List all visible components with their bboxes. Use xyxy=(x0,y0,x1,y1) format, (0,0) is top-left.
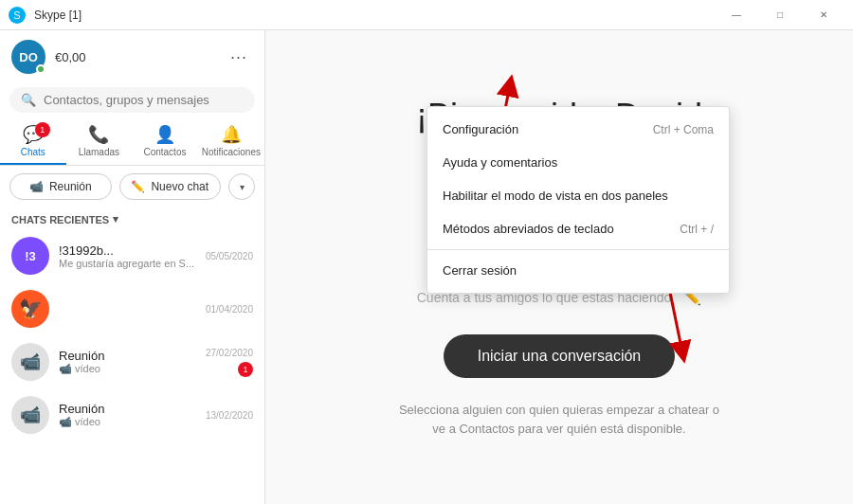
meeting-icon: 📹 xyxy=(11,396,49,434)
window-controls: — □ ✕ xyxy=(715,0,845,30)
profile-header: DO €0,00 ··· xyxy=(0,30,264,83)
online-status-dot xyxy=(36,64,45,74)
minimize-button[interactable]: — xyxy=(715,0,758,30)
chat-time: 01/04/2020 xyxy=(206,304,253,315)
avatar[interactable]: DO xyxy=(11,40,45,74)
tab-contactos[interactable]: 👤 Contactos xyxy=(132,118,198,165)
nuevo-chat-label: Nuevo chat xyxy=(151,180,209,193)
list-item[interactable]: !3 !31992b... Me gustaría agregarte en S… xyxy=(0,229,264,282)
menu-item-ayuda[interactable]: Ayuda y comentarios xyxy=(427,146,729,179)
chats-recientes-label[interactable]: CHATS RECIENTES ▾ xyxy=(0,207,264,229)
dropdown-divider xyxy=(427,249,729,250)
chat-preview: Me gustaría agregarte en S... xyxy=(59,258,196,269)
unread-badge: 1 xyxy=(238,362,253,377)
dropdown-menu: Configuración Ctrl + Coma Ayuda y coment… xyxy=(426,106,730,294)
app-body: DO €0,00 ··· 🔍 💬 1 Chats 📞 Llamadas 👤 xyxy=(0,30,853,504)
configuracion-shortcut: Ctrl + Coma xyxy=(653,123,714,136)
chat-preview: 📹 vídeo xyxy=(59,416,196,428)
chat-info: Reunión 📹 vídeo xyxy=(59,402,196,428)
window-title: Skype [1] xyxy=(34,9,715,22)
search-bar[interactable]: 🔍 xyxy=(9,87,255,113)
contactos-icon: 👤 xyxy=(154,124,175,145)
menu-item-configuracion[interactable]: Configuración Ctrl + Coma xyxy=(427,113,729,146)
chat-info: Reunión 📹 vídeo xyxy=(59,349,196,375)
svg-text:S: S xyxy=(13,9,20,21)
chat-name: !31992b... xyxy=(59,243,196,258)
tab-contactos-label: Contactos xyxy=(143,147,186,157)
chevron-down-icon: ▾ xyxy=(113,213,118,225)
list-item[interactable]: 📹 Reunión 📹 vídeo 27/02/2020 1 xyxy=(0,335,264,388)
chat-info: !31992b... Me gustaría agregarte en S... xyxy=(59,243,196,269)
nuevo-chat-icon: ✏️ xyxy=(131,180,145,193)
chat-preview: 📹 vídeo xyxy=(59,363,196,375)
avatar: !3 xyxy=(11,237,49,275)
cerrar-sesion-label: Cerrar sesión xyxy=(443,263,517,278)
meeting-icon: 📹 xyxy=(11,343,49,381)
main-content: ¡Bienvenida, David DO Cuenta a tus amigo… xyxy=(265,30,853,504)
list-item[interactable]: 📹 Reunión 📹 vídeo 13/02/2020 xyxy=(0,388,264,441)
tab-notificaciones-label: Notificaciones xyxy=(202,147,261,157)
more-options-button[interactable]: ··· xyxy=(225,43,253,71)
chat-list: !3 !31992b... Me gustaría agregarte en S… xyxy=(0,229,264,504)
reunion-label: Reunión xyxy=(49,180,92,193)
chat-meta: 05/05/2020 xyxy=(206,251,253,261)
chat-name: Reunión xyxy=(59,349,196,363)
balance-display: €0,00 xyxy=(55,50,225,64)
maximize-button[interactable]: □ xyxy=(758,0,802,30)
search-input[interactable] xyxy=(44,93,244,107)
nav-tabs: 💬 1 Chats 📞 Llamadas 👤 Contactos 🔔 Notif… xyxy=(0,118,264,166)
chats-badge: 1 xyxy=(35,122,50,137)
reunion-icon: 📹 xyxy=(29,180,44,193)
chat-meta: 01/04/2020 xyxy=(206,304,253,315)
reunion-button[interactable]: 📹 Reunión xyxy=(9,173,112,200)
metodos-shortcut: Ctrl + / xyxy=(680,223,714,236)
nuevo-chat-button[interactable]: ✏️ Nuevo chat xyxy=(119,173,222,200)
close-button[interactable]: ✕ xyxy=(802,0,845,30)
chat-time: 27/02/2020 xyxy=(206,348,253,358)
configuracion-label: Configuración xyxy=(443,122,518,136)
tab-llamadas-label: Llamadas xyxy=(79,147,119,157)
metodos-label: Métodos abreviados de teclado xyxy=(443,222,614,236)
tab-chats-label: Chats xyxy=(21,147,45,157)
action-buttons: 📹 Reunión ✏️ Nuevo chat ▾ xyxy=(0,166,264,207)
menu-item-cerrar-sesion[interactable]: Cerrar sesión xyxy=(427,254,729,287)
chat-meta: 27/02/2020 1 xyxy=(206,348,253,377)
chat-meta: 13/02/2020 xyxy=(206,410,253,421)
description-text: Selecciona alguien con quien quieras emp… xyxy=(398,401,720,438)
start-conversation-button[interactable]: Iniciar una conversación xyxy=(444,334,676,378)
dos-paneles-label: Habilitar el modo de vista en dos panele… xyxy=(443,189,668,203)
menu-item-dos-paneles[interactable]: Habilitar el modo de vista en dos panele… xyxy=(427,179,729,212)
sidebar: DO €0,00 ··· 🔍 💬 1 Chats 📞 Llamadas 👤 xyxy=(0,30,265,504)
notificaciones-icon: 🔔 xyxy=(221,124,242,145)
chat-name: Reunión xyxy=(59,402,196,416)
search-icon: 🔍 xyxy=(21,93,36,107)
tab-llamadas[interactable]: 📞 Llamadas xyxy=(66,118,133,165)
nuevo-chat-dropdown[interactable]: ▾ xyxy=(228,173,255,200)
chat-time: 05/05/2020 xyxy=(206,251,253,261)
titlebar: S Skype [1] — □ ✕ xyxy=(0,0,853,30)
llamadas-icon: 📞 xyxy=(88,124,109,145)
avatar: 🦅 xyxy=(11,290,49,328)
ayuda-label: Ayuda y comentarios xyxy=(443,155,557,170)
menu-item-metodos[interactable]: Métodos abreviados de teclado Ctrl + / xyxy=(427,212,729,245)
skype-icon: S xyxy=(8,6,27,25)
tab-notificaciones[interactable]: 🔔 Notificaciones xyxy=(198,118,264,165)
tab-chats[interactable]: 💬 1 Chats xyxy=(0,118,66,165)
chat-time: 13/02/2020 xyxy=(206,410,253,421)
list-item[interactable]: 🦅 01/04/2020 xyxy=(0,282,264,335)
